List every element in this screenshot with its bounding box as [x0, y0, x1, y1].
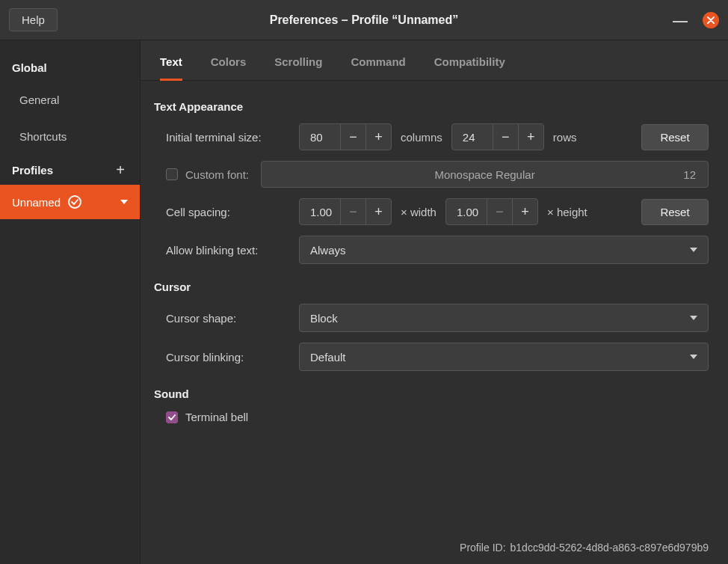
minimize-button[interactable]: — [673, 13, 688, 28]
columns-increment[interactable]: + [365, 124, 391, 150]
cell-height-decrement[interactable]: − [487, 199, 512, 224]
sidebar-profiles-label: Profiles [12, 164, 53, 177]
window-controls: — [673, 12, 719, 28]
reset-spacing-button[interactable]: Reset [641, 199, 709, 225]
tab-bar: Text Colors Scrolling Command Compatibil… [141, 40, 728, 81]
profile-menu-icon[interactable] [120, 200, 128, 204]
font-size-label: 12 [683, 168, 696, 181]
tab-scrolling[interactable]: Scrolling [274, 55, 322, 81]
cursor-shape-label: Cursor shape: [166, 312, 299, 325]
chevron-down-icon [690, 355, 697, 359]
sidebar-profiles-header: Profiles + [0, 155, 140, 185]
close-icon [707, 16, 715, 24]
blinking-text-value: Always [310, 244, 346, 257]
body-split: Global General Shortcuts Profiles + Unna… [0, 40, 728, 564]
cell-width-unit: × width [401, 206, 437, 218]
terminal-bell-checkbox[interactable] [166, 411, 178, 423]
cell-height-increment[interactable]: + [512, 199, 537, 224]
check-icon [168, 414, 176, 420]
row-cursor-shape: Cursor shape: Block [154, 304, 709, 332]
columns-unit: columns [401, 131, 442, 144]
reset-size-button[interactable]: Reset [641, 124, 709, 150]
cell-height-input[interactable] [446, 206, 487, 218]
row-terminal-bell: Terminal bell [154, 411, 709, 423]
custom-font-checkbox[interactable] [166, 168, 178, 180]
cell-height-stepper[interactable]: − + [445, 198, 538, 225]
row-cursor-blinking: Cursor blinking: Default [154, 343, 709, 371]
titlebar: Help Preferences – Profile “Unnamed” — [0, 0, 728, 40]
initial-size-label: Initial terminal size: [166, 131, 299, 144]
row-blinking-text: Allow blinking text: Always [154, 236, 709, 264]
rows-increment[interactable]: + [518, 124, 543, 150]
cursor-blinking-label: Cursor blinking: [166, 351, 299, 364]
tab-compatibility[interactable]: Compatibility [434, 55, 505, 81]
row-cell-spacing: Cell spacing: − + × width − + × height R… [154, 198, 709, 225]
rows-input[interactable] [452, 131, 493, 144]
close-button[interactable] [703, 12, 719, 28]
columns-input[interactable] [300, 131, 340, 144]
sidebar-global-header: Global [0, 54, 140, 82]
cursor-shape-select[interactable]: Block [299, 304, 709, 332]
cursor-blinking-select[interactable]: Default [299, 343, 709, 371]
section-sound: Sound [154, 387, 709, 400]
cell-width-stepper[interactable]: − + [299, 198, 392, 225]
rows-decrement[interactable]: − [493, 124, 518, 150]
profile-default-icon [68, 195, 81, 209]
cursor-shape-value: Block [310, 312, 338, 325]
custom-font-label: Custom font: [185, 168, 249, 181]
chevron-down-icon [690, 248, 697, 252]
sidebar-item-shortcuts[interactable]: Shortcuts [0, 118, 140, 155]
profile-name-label: Unnamed [12, 196, 61, 209]
rows-unit: rows [553, 131, 577, 144]
columns-decrement[interactable]: − [340, 124, 365, 150]
tab-text[interactable]: Text [160, 55, 182, 81]
sidebar-profile-unnamed[interactable]: Unnamed [0, 185, 140, 219]
window-title: Preferences – Profile “Unnamed” [0, 13, 728, 27]
font-chooser[interactable]: Monospace Regular 12 [261, 161, 709, 188]
cell-spacing-label: Cell spacing: [166, 206, 299, 218]
add-profile-button[interactable]: + [113, 162, 128, 177]
row-initial-size: Initial terminal size: − + columns − + r… [154, 123, 709, 150]
tab-colors[interactable]: Colors [211, 55, 247, 81]
blinking-text-label: Allow blinking text: [166, 244, 299, 257]
section-cursor: Cursor [154, 281, 709, 293]
blinking-text-select[interactable]: Always [299, 236, 709, 264]
tab-command[interactable]: Command [351, 55, 405, 81]
terminal-bell-label: Terminal bell [185, 411, 248, 423]
cell-height-unit: × height [547, 206, 587, 218]
chevron-down-icon [690, 316, 697, 320]
cell-width-input[interactable] [300, 206, 340, 218]
section-text-appearance: Text Appearance [154, 100, 709, 113]
tab-content: Text Appearance Initial terminal size: −… [141, 81, 728, 534]
main-panel: Text Colors Scrolling Command Compatibil… [141, 40, 728, 564]
profile-id-value: b1dcc9dd-5262-4d8d-a863-c897e6d979b9 [510, 542, 709, 554]
profile-id-label: Profile ID: [460, 542, 505, 554]
cell-width-decrement[interactable]: − [340, 199, 365, 224]
footer: Profile ID: b1dcc9dd-5262-4d8d-a863-c897… [141, 534, 728, 564]
rows-stepper[interactable]: − + [451, 123, 544, 150]
help-button[interactable]: Help [9, 8, 58, 31]
cursor-blinking-value: Default [310, 351, 346, 364]
cell-width-increment[interactable]: + [365, 199, 391, 224]
sidebar: Global General Shortcuts Profiles + Unna… [0, 40, 141, 564]
columns-stepper[interactable]: − + [299, 123, 392, 150]
sidebar-item-general[interactable]: General [0, 82, 140, 118]
row-custom-font: Custom font: Monospace Regular 12 [154, 161, 709, 188]
font-name-label: Monospace Regular [434, 168, 534, 181]
